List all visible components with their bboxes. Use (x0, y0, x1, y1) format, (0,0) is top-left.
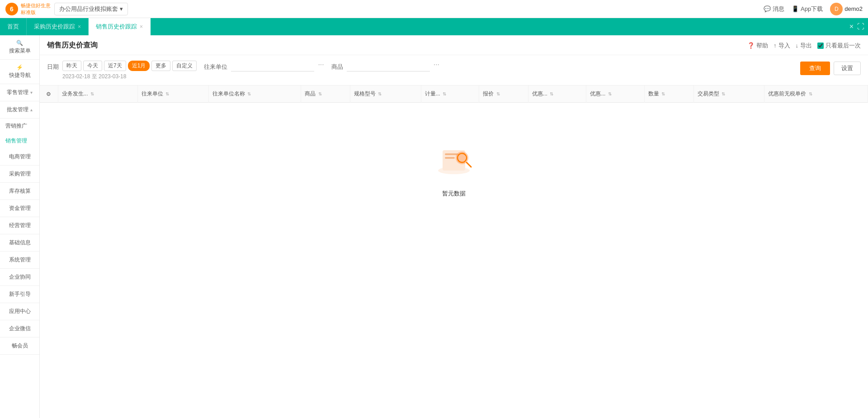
sidebar-item-inventory[interactable]: 库存核算 (0, 183, 39, 200)
gear-icon[interactable]: ⚙ (46, 91, 51, 97)
sidebar-item-operations[interactable]: 经营管理 (0, 217, 39, 234)
avatar: D (830, 3, 843, 15)
chevron-down-icon: ▾ (120, 5, 123, 12)
th-discount2[interactable]: 优惠... ⇅ (586, 86, 645, 103)
top-bar: 6 畅捷信好生意 标准版 办公用品行业模拟账套 ▾ 💬 消息 📱 App下载 D… (0, 0, 868, 18)
sort-icon: ⇅ (247, 91, 251, 96)
close-tab-sales-icon[interactable]: × (140, 24, 143, 30)
sidebar: 🔍 搜索菜单 ⚡ 快捷导航 零售管理 ▾ 批发管理 ▴ 营销推广 销售管理 电商… (0, 35, 40, 418)
th-unit-measure[interactable]: 计量... ⇅ (421, 86, 479, 103)
product-filter-group: 商品 ··· (331, 61, 439, 73)
th-spec[interactable]: 规格型号 ⇅ (350, 86, 421, 103)
top-bar-left: 6 畅捷信好生意 标准版 办公用品行业模拟账套 ▾ (5, 2, 128, 15)
th-unit-code[interactable]: 往来单位 ⇅ (138, 86, 209, 103)
sidebar-item-new-guide[interactable]: 新手引导 (0, 286, 39, 303)
user-menu[interactable]: D demo2 (830, 3, 863, 15)
message-icon: 💬 (764, 5, 771, 12)
th-pretax-price[interactable]: 优惠前无税单价 ⇅ (764, 86, 868, 103)
export-button[interactable]: ↓ 导出 (796, 42, 812, 50)
filter-area: 日期 昨天 今天 近7天 近1月 更多 自定义 2023-02-18 至 202… (40, 55, 868, 86)
page-header: 销售历史价查询 ❓ 帮助 ↑ 导入 ↓ 导出 (40, 35, 868, 55)
sidebar-item-search-menu[interactable]: 🔍 搜索菜单 (0, 35, 39, 60)
phone-icon: 📱 (792, 5, 799, 12)
table-header-row: ⚙ 业务发生... ⇅ 往来单位 ⇅ 往来单位名称 (40, 86, 868, 103)
import-button[interactable]: ↑ 导入 (774, 42, 790, 50)
tab-bar-actions: × ⛶ (849, 18, 868, 35)
only-last-label: 只看最后一次 (826, 42, 861, 50)
sort-icon: ⇅ (90, 91, 94, 96)
search-menu-icon: 🔍 (16, 40, 23, 46)
tab-sales-history[interactable]: 销售历史价跟踪 × (89, 18, 151, 35)
sidebar-item-purchase[interactable]: 采购管理 (0, 166, 39, 183)
th-unit-name[interactable]: 往来单位名称 ⇅ (208, 86, 301, 103)
sidebar-item-sales-mgmt[interactable]: 销售管理 (0, 133, 39, 148)
import-icon: ↑ (774, 42, 777, 49)
sort-icon: ⇅ (809, 91, 812, 96)
tab-bar: 首页 采购历史价跟踪 × 销售历史价跟踪 × × ⛶ (0, 18, 868, 35)
sidebar-item-finance[interactable]: 资金管理 (0, 200, 39, 217)
app-download-button[interactable]: 📱 App下载 (792, 5, 823, 13)
message-button[interactable]: 💬 消息 (764, 5, 784, 13)
sidebar-item-ecommerce[interactable]: 电商管理 (0, 148, 39, 166)
page-container: 销售历史价查询 ❓ 帮助 ↑ 导入 ↓ 导出 (40, 35, 868, 418)
expand-button[interactable]: ⛶ (857, 23, 864, 31)
unit-input[interactable] (231, 61, 314, 71)
top-bar-right: 💬 消息 📱 App下载 D demo2 (764, 3, 863, 15)
logo-text: 畅捷信好生意 标准版 (21, 2, 51, 15)
th-discount1[interactable]: 优惠... ⇅ (528, 86, 586, 103)
sidebar-item-enterprise-wechat[interactable]: 企业微信 (0, 320, 39, 337)
sidebar-item-system[interactable]: 系统管理 (0, 252, 39, 269)
sidebar-item-marketing[interactable]: 营销推广 (0, 119, 39, 133)
logo-area: 6 畅捷信好生意 标准版 (5, 2, 51, 15)
date-btn-1month[interactable]: 近1月 (128, 61, 150, 71)
close-tab-purchase-icon[interactable]: × (78, 24, 81, 30)
filter-action-buttons: 查询 设置 (800, 61, 861, 75)
sidebar-item-retail-mgmt[interactable]: 零售管理 ▾ (0, 84, 39, 101)
th-quantity[interactable]: 数量 ⇅ (645, 86, 694, 103)
account-selector[interactable]: 办公用品行业模拟账套 ▾ (54, 3, 128, 15)
sort-icon: ⇅ (165, 91, 169, 96)
date-btn-7days[interactable]: 近7天 (104, 61, 126, 71)
content-area: 销售历史价查询 ❓ 帮助 ↑ 导入 ↓ 导出 (40, 35, 868, 418)
date-btn-today[interactable]: 今天 (83, 61, 102, 71)
tab-home[interactable]: 首页 (0, 18, 27, 35)
sort-icon: ⇅ (661, 91, 665, 96)
table-wrapper: ⚙ 业务发生... ⇅ 往来单位 ⇅ 往来单位名称 (40, 86, 868, 418)
export-icon: ↓ (796, 42, 799, 49)
sidebar-item-basic-info[interactable]: 基础信息 (0, 234, 39, 252)
th-biz-date[interactable]: 业务发生... ⇅ (58, 86, 138, 103)
sidebar-item-enterprise-coop[interactable]: 企业协同 (0, 269, 39, 286)
product-input[interactable] (347, 61, 430, 71)
sort-icon: ⇅ (550, 91, 553, 96)
empty-state: 暂元数据 (40, 103, 868, 234)
unit-filter-group: 往来单位 ··· (204, 61, 324, 73)
sidebar-item-membership[interactable]: 畅会员 (0, 337, 39, 355)
close-all-tabs-button[interactable]: × (849, 23, 854, 31)
settings-button[interactable]: 设置 (834, 62, 861, 75)
logo-icon: 6 (5, 3, 18, 15)
sidebar-item-quick-nav[interactable]: ⚡ 快捷导航 (0, 60, 39, 84)
date-btn-custom[interactable]: 自定义 (172, 61, 197, 71)
chevron-down-icon: ▾ (30, 90, 33, 95)
help-button[interactable]: ❓ 帮助 (747, 42, 768, 50)
date-range-display: 2023-02-18 至 2023-03-18 (62, 73, 197, 81)
page-actions: ❓ 帮助 ↑ 导入 ↓ 导出 只看最后一次 (747, 42, 861, 50)
main-layout: 🔍 搜索菜单 ⚡ 快捷导航 零售管理 ▾ 批发管理 ▴ 营销推广 销售管理 电商… (0, 35, 868, 418)
sidebar-item-app-center[interactable]: 应用中心 (0, 303, 39, 320)
th-product[interactable]: 商品 ⇅ (301, 86, 350, 103)
only-last-checkbox[interactable] (817, 43, 824, 49)
tab-purchase-history[interactable]: 采购历史价跟踪 × (27, 18, 89, 35)
query-button[interactable]: 查询 (800, 62, 830, 75)
sort-icon: ⇅ (608, 91, 612, 96)
date-btn-yesterday[interactable]: 昨天 (62, 61, 81, 71)
date-btn-more[interactable]: 更多 (151, 61, 170, 71)
th-quote[interactable]: 报价 ⇅ (479, 86, 528, 103)
unit-dots-button[interactable]: ··· (318, 61, 324, 69)
page-title: 销售历史价查询 (47, 41, 98, 50)
th-trade-type[interactable]: 交易类型 ⇅ (693, 86, 764, 103)
chevron-up-icon: ▴ (30, 107, 33, 112)
date-buttons: 昨天 今天 近7天 近1月 更多 自定义 (62, 61, 197, 71)
sidebar-item-wholesale-mgmt[interactable]: 批发管理 ▴ (0, 101, 39, 119)
quick-nav-icon: ⚡ (16, 64, 23, 71)
product-dots-button[interactable]: ··· (434, 61, 439, 69)
